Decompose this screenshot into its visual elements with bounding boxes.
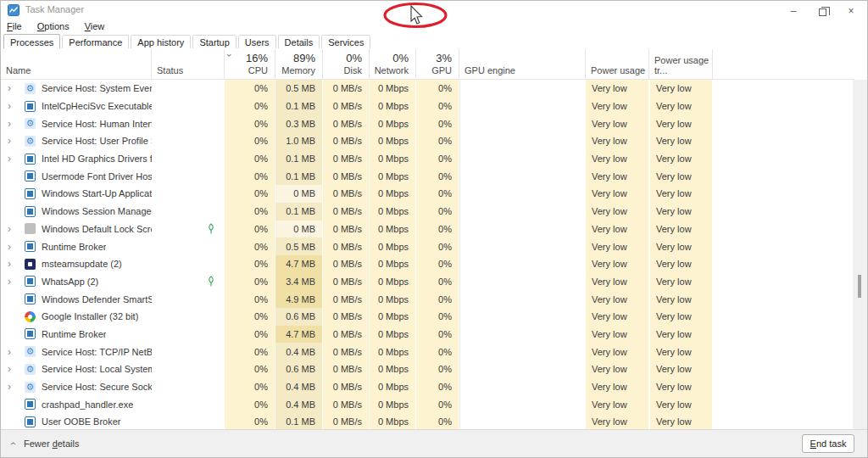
process-row[interactable]: › Runtime Broker 0% 0.5 MB 0 MB/s 0 Mbps… (1, 237, 854, 255)
power-usage-trend-value: Very low (649, 150, 713, 168)
process-row[interactable]: › crashpad_handler.exe 0% 0.4 MB 0 MB/s … (1, 395, 854, 413)
power-usage-value: Very low (586, 308, 649, 326)
status-cell (152, 308, 225, 326)
expand-chevron-icon[interactable]: › (8, 223, 19, 235)
process-name-cell: › Google Installer (32 bit) (1, 308, 152, 326)
fewer-details-toggle[interactable]: › Fewer details (11, 438, 79, 450)
tab-startup[interactable]: Startup (192, 35, 236, 48)
power-usage-value: Very low (586, 273, 649, 291)
app-window-icon (25, 170, 36, 182)
expand-chevron-icon[interactable]: › (8, 135, 19, 147)
process-row[interactable]: › User OOBE Broker 0% 0.1 MB 0 MB/s 0 Mb… (1, 413, 854, 431)
power-usage-trend-value: Very low (649, 167, 713, 185)
process-name: Google Installer (32 bit) (42, 311, 138, 321)
process-row[interactable]: › msteamsupdate (2) 0% 4.7 MB 0 MB/s 0 M… (1, 255, 854, 273)
disk-value: 0 MB/s (323, 273, 370, 291)
tab-details[interactable]: Details (278, 35, 320, 48)
scrollbar-thumb[interactable] (858, 275, 861, 298)
power-usage-value: Very low (586, 80, 649, 98)
power-usage-value: Very low (586, 360, 649, 378)
process-row[interactable]: › Usermode Font Driver Host 0% 0.1 MB 0 … (1, 167, 854, 185)
process-name: Runtime Broker (42, 242, 106, 252)
network-value: 0 Mbps (370, 290, 416, 308)
process-row[interactable]: › Service Host: System Event Noti... 0% … (1, 80, 854, 98)
expand-chevron-icon[interactable]: › (8, 346, 19, 358)
tab-services[interactable]: Services (321, 35, 370, 48)
column-header-status[interactable]: Status (152, 49, 225, 79)
expand-chevron-icon[interactable]: › (8, 276, 19, 288)
process-row[interactable]: › Windows Start-Up Application 0% 0 MB 0… (1, 185, 854, 203)
process-name-cell: › Windows Defender SmartScreen (1, 290, 152, 308)
process-row[interactable]: › Windows Defender SmartScreen 0% 4.9 MB… (1, 290, 854, 308)
restore-button[interactable] (808, 1, 837, 21)
power-usage-trend-value: Very low (649, 326, 713, 344)
expand-chevron-icon[interactable]: › (8, 118, 19, 130)
column-header-memory[interactable]: 89% Memory (275, 49, 323, 79)
process-row[interactable]: › Intel HD Graphics Drivers for Wi... 0%… (1, 150, 854, 168)
column-header-cpu[interactable]: › 16% CPU (225, 49, 275, 79)
expand-chevron-icon[interactable]: › (8, 153, 19, 165)
blank-app-icon (25, 223, 36, 234)
network-value: 0 Mbps (370, 167, 416, 185)
expand-chevron-icon[interactable]: › (8, 363, 19, 375)
tab-performance[interactable]: Performance (62, 35, 129, 48)
power-usage-value: Very low (586, 326, 649, 344)
column-header-network[interactable]: 0% Network (370, 49, 416, 79)
end-task-button[interactable]: End task (802, 434, 854, 453)
minimize-button[interactable]: – (779, 1, 808, 21)
vertical-scrollbar[interactable] (853, 80, 867, 431)
process-row[interactable]: › Service Host: Secure Socket Tun... 0% … (1, 378, 854, 396)
menu-view[interactable]: View (77, 20, 113, 33)
memory-value: 0.5 MB (275, 80, 323, 98)
process-row[interactable]: › Runtime Broker 0% 4.7 MB 0 MB/s 0 Mbps… (1, 326, 854, 344)
process-row[interactable]: › WhatsApp (2) 0% 3.4 MB 0 MB/s 0 Mbps 0… (1, 273, 854, 291)
app-window-icon (25, 293, 36, 304)
expand-chevron-icon[interactable]: › (8, 258, 19, 270)
process-name-cell: › msteamsupdate (2) (1, 255, 152, 273)
process-row[interactable]: › Windows Default Lock Screen 0% 0 MB 0 … (1, 221, 854, 238)
tab-users[interactable]: Users (238, 35, 276, 48)
network-value: 0 Mbps (370, 203, 416, 221)
task-manager-window: Task Manager – × FileOptionsView Process… (0, 0, 868, 458)
cpu-value: 0% (225, 413, 275, 431)
column-header-gpu[interactable]: 3% GPU (416, 49, 459, 79)
column-header-disk[interactable]: 0% Disk (323, 49, 370, 79)
column-header-gpu-engine[interactable]: GPU engine (459, 49, 586, 79)
column-header-name[interactable]: Name (1, 49, 152, 79)
tab-app-history[interactable]: App history (131, 35, 191, 48)
process-row[interactable]: › Service Host: Human Interface ... 0% 0… (1, 114, 854, 132)
process-row[interactable]: › Service Host: TCP/IP NetBIOS H... 0% 0… (1, 343, 854, 360)
column-header-power-usage[interactable]: Power usage (586, 49, 649, 79)
column-header-power-usage-trend[interactable]: Power usage tr... (649, 49, 713, 79)
process-row[interactable]: › Service Host: Local System 0% 0.6 MB 0… (1, 360, 854, 378)
status-cell (152, 150, 225, 168)
network-value: 0 Mbps (370, 273, 416, 291)
process-row[interactable]: › Google Installer (32 bit) 0% 0.6 MB 0 … (1, 308, 854, 326)
expand-chevron-icon[interactable]: › (8, 381, 19, 393)
process-name-cell: › Windows Default Lock Screen (1, 221, 152, 238)
process-name: Service Host: User Profile Service (42, 136, 152, 146)
tab-processes[interactable]: Processes (3, 34, 60, 48)
process-name: crashpad_handler.exe (42, 399, 133, 410)
menu-options[interactable]: Options (30, 20, 77, 33)
gpu-engine-value (459, 80, 586, 98)
power-usage-trend-value: Very low (649, 185, 713, 203)
cpu-value: 0% (225, 185, 275, 203)
close-button[interactable]: × (837, 1, 865, 21)
process-list: › Service Host: System Event Noti... 0% … (1, 80, 854, 431)
task-manager-app-icon (8, 4, 19, 16)
network-value: 0 Mbps (370, 150, 416, 168)
menu-file[interactable]: File (7, 20, 30, 33)
process-name-cell: › Service Host: Human Interface ... (1, 114, 152, 132)
power-usage-value: Very low (586, 413, 649, 431)
cpu-value: 0% (225, 98, 275, 115)
expand-chevron-icon[interactable]: › (8, 82, 19, 94)
process-row[interactable]: › IntelCpHeciSvc Executable 0% 0.1 MB 0 … (1, 98, 854, 115)
gpu-engine-value (459, 290, 586, 308)
gpu-value: 0% (416, 255, 459, 273)
gpu-engine-value (459, 273, 586, 291)
expand-chevron-icon[interactable]: › (8, 241, 19, 253)
expand-chevron-icon[interactable]: › (8, 100, 19, 112)
process-row[interactable]: › Windows Session Manager 0% 0.1 MB 0 MB… (1, 203, 854, 221)
process-row[interactable]: › Service Host: User Profile Service 0% … (1, 132, 854, 150)
